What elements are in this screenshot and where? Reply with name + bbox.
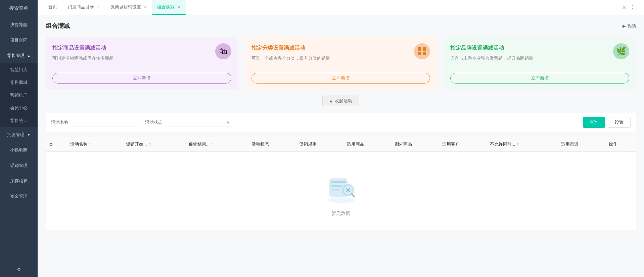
tab-store-catalog[interactable]: 门店商品目录 × <box>62 0 105 15</box>
tab-store-catalog-close[interactable]: × <box>97 5 100 9</box>
sidebar-item-retail-management[interactable]: 零售管理 ▲ <box>0 48 38 63</box>
gear-icon: ⚙ <box>17 267 21 272</box>
tab-combo-discount[interactable]: 组合满减 × <box>152 0 186 15</box>
sidebar-search[interactable]: 搜索菜单 <box>0 0 38 17</box>
activity-card-category: 指定分类设置满减活动 可选一个或者多个分类，提升分类的销量 立即新增 <box>245 37 437 90</box>
sort-icon: ⇅ <box>211 143 214 146</box>
sidebar-item-quick-nav[interactable]: 快捷导航 <box>0 17 38 33</box>
sort-icon: ⇅ <box>516 143 519 146</box>
sidebar-item-finance[interactable]: 资金管理 <box>0 189 38 204</box>
sidebar-item-project-contract[interactable]: 项目合同 <box>0 33 38 48</box>
table-header: ⚙ 活动名称 ⇅ 促销开始... ⇅ <box>46 137 636 152</box>
card-brand-icon: 🌿 <box>613 43 629 59</box>
filter-actions: 查询 设置 <box>583 117 631 128</box>
th-activity-status: 活动状态 <box>248 137 296 152</box>
card-brand-desc: 适合与上游企业联合做营销，提升品牌销量 <box>450 55 629 67</box>
th-applicable-channel: 适用渠道 <box>558 137 605 152</box>
svg-rect-6 <box>331 181 346 183</box>
page-content: 组合满减 ▶ 视频 指定商品设置满减活动 🛍 可指定滞销商品或库存较多商品 立即… <box>38 15 644 277</box>
th-operation: 操作 <box>605 137 636 152</box>
collapse-bar: ∧ 收起活动 <box>46 96 636 106</box>
add-category-discount-button[interactable]: 立即新增 <box>251 73 430 84</box>
svg-rect-2 <box>418 52 421 55</box>
activity-status-select[interactable] <box>165 118 232 126</box>
empty-state: 暂无数据 <box>46 152 636 230</box>
video-link[interactable]: ▶ 视频 <box>623 23 636 29</box>
card-product-desc: 可指定滞销商品或库存较多商品 <box>52 55 231 67</box>
sidebar-item-ecommerce[interactable]: 小畅电商 <box>0 143 38 158</box>
th-activity-name[interactable]: 活动名称 ⇅ <box>67 137 123 152</box>
card-product-icon: 🛍 <box>215 43 231 59</box>
sidebar-item-inventory[interactable]: 库存核算 <box>0 173 38 189</box>
add-product-discount-button[interactable]: 立即新增 <box>52 73 231 84</box>
th-promo-end[interactable]: 促销结束... ⇅ <box>185 137 248 152</box>
sidebar-item-member-center[interactable]: 会员中心 <box>0 102 38 114</box>
table-container: ⚙ 活动名称 ⇅ 促销开始... ⇅ <box>46 137 636 230</box>
svg-rect-8 <box>331 189 340 190</box>
activity-status-select-wrapper: ∨ <box>165 118 232 126</box>
sidebar-settings-button[interactable]: ⚙ <box>0 262 38 277</box>
activity-name-label: 活动名称 <box>51 119 68 125</box>
empty-text: 暂无数据 <box>331 211 350 217</box>
empty-icon <box>321 172 361 205</box>
tab-wechat-store-close[interactable]: × <box>144 5 146 9</box>
svg-rect-7 <box>331 185 342 187</box>
card-product-title: 指定商品设置满减活动 <box>52 45 231 52</box>
leaf-icon: 🌿 <box>616 47 626 56</box>
main-area: 首页 门店商品目录 × 微商城店铺设置 × 组合满减 × ✕ ⛶ 组合满减 ▶ … <box>38 0 644 277</box>
query-button[interactable]: 查询 <box>583 117 605 128</box>
activity-card-brand: 指定品牌设置满减活动 🌿 适合与上游企业联合做营销，提升品牌销量 立即新增 <box>444 37 636 90</box>
maximize-button[interactable]: ⛶ <box>631 3 639 11</box>
card-category-icon <box>414 43 430 59</box>
th-settings[interactable]: ⚙ <box>46 137 67 152</box>
activity-status-label: 活动状态 <box>145 119 163 125</box>
tab-home[interactable]: 首页 <box>43 0 62 15</box>
svg-rect-1 <box>423 47 426 51</box>
card-brand-title: 指定品牌设置满减活动 <box>450 45 629 52</box>
th-exception-goods: 例外商品 <box>391 137 439 152</box>
th-not-allow-simultaneous[interactable]: 不允许同时... ⇅ <box>487 137 558 152</box>
bag-icon: 🛍 <box>219 47 227 56</box>
th-promo-rule: 促销规则 <box>296 137 343 152</box>
th-promo-start[interactable]: 促销开始... ⇅ <box>123 137 185 152</box>
tab-wechat-store[interactable]: 微商城店铺设置 × <box>105 0 152 15</box>
chevron-up-icon: ∧ <box>329 99 333 104</box>
sidebar-item-smart-store[interactable]: 智慧门店 <box>0 63 38 76</box>
svg-rect-0 <box>418 47 421 51</box>
activity-cards: 指定商品设置满减活动 🛍 可指定滞销商品或库存较多商品 立即新增 指定分类设置满… <box>46 37 636 90</box>
data-table: ⚙ 活动名称 ⇅ 促销开始... ⇅ <box>46 137 636 152</box>
settings-button[interactable]: 设置 <box>608 117 631 128</box>
card-category-desc: 可选一个或者多个分类，提升分类的销量 <box>251 55 430 67</box>
chevron-up-icon: ▲ <box>27 54 31 58</box>
tab-bar: 首页 门店商品目录 × 微商城店铺设置 × 组合满减 × ✕ ⛶ <box>38 0 644 15</box>
settings-icon: ⚙ <box>49 142 53 147</box>
collapse-button[interactable]: ∧ 收起活动 <box>322 96 359 106</box>
sort-icon: ⇅ <box>89 143 92 146</box>
play-icon: ▶ <box>623 23 626 29</box>
page-title: 组合满减 <box>46 22 70 30</box>
sort-icon: ⇅ <box>148 143 151 146</box>
close-window-button[interactable]: ✕ <box>620 3 628 11</box>
th-applicable-goods: 适用商品 <box>343 137 391 152</box>
sidebar: 搜索菜单 快捷导航 项目合同 零售管理 ▲ 智慧门店 零售商城 营销推广 会员中… <box>0 0 38 277</box>
activity-name-input[interactable] <box>71 118 138 126</box>
tab-combo-discount-close[interactable]: × <box>178 5 180 9</box>
sidebar-item-purchase-management[interactable]: 采购管理 <box>0 158 38 173</box>
sidebar-item-wholesale-management[interactable]: 批发管理 ▼ <box>0 127 38 143</box>
sidebar-item-retail-mall[interactable]: 零售商城 <box>0 76 38 89</box>
sidebar-item-retail-stats[interactable]: 零售统计 <box>0 114 38 127</box>
add-brand-discount-button[interactable]: 立即新增 <box>450 73 629 84</box>
activity-card-product: 指定商品设置满减活动 🛍 可指定滞销商品或库存较多商品 立即新增 <box>46 37 238 90</box>
svg-line-13 <box>352 193 354 197</box>
th-applicable-customer: 适用客户 <box>439 137 487 152</box>
filter-activity-status: 活动状态 ∨ <box>145 118 232 126</box>
chevron-down-icon: ▼ <box>27 133 31 137</box>
card-category-title: 指定分类设置满减活动 <box>251 45 430 52</box>
filter-bar: 活动名称 活动状态 ∨ 查询 设置 <box>46 113 636 132</box>
svg-point-4 <box>327 198 354 203</box>
page-header: 组合满减 ▶ 视频 <box>46 22 636 30</box>
tab-bar-actions: ✕ ⛶ <box>620 3 639 11</box>
svg-rect-3 <box>423 52 426 55</box>
grid-icon <box>417 47 427 56</box>
sidebar-item-marketing[interactable]: 营销推广 <box>0 89 38 102</box>
